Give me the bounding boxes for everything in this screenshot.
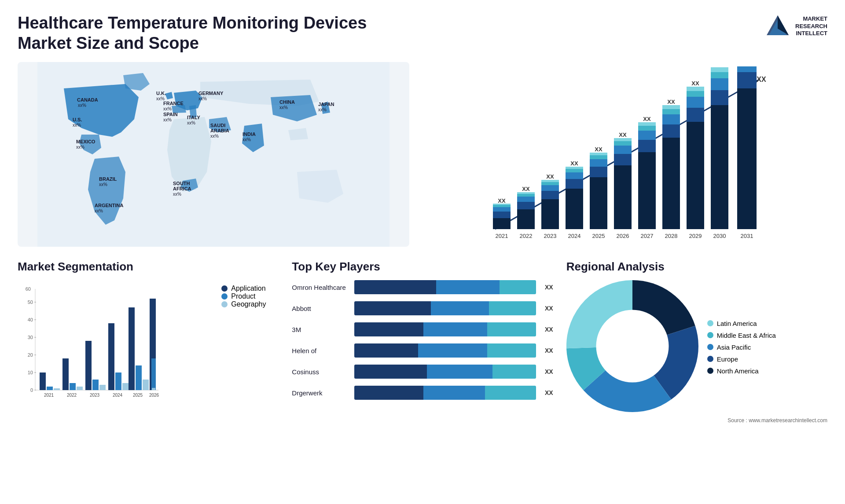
svg-rect-74 (638, 152, 656, 229)
svg-text:XX: XX (691, 80, 699, 87)
reg-legend-mea: Middle East & Africa (707, 332, 776, 339)
segmentation-title: Market Segmentation (18, 260, 279, 274)
svg-text:2029: 2029 (689, 233, 702, 239)
player-name-omron: Omron Healthcare (292, 284, 349, 291)
svg-text:2026: 2026 (149, 393, 159, 398)
svg-text:2023: 2023 (544, 233, 557, 239)
svg-text:XX: XX (522, 186, 530, 192)
svg-text:SAUDI: SAUDI (210, 123, 225, 128)
svg-rect-145 (136, 365, 142, 390)
svg-text:XX: XX (570, 160, 578, 167)
player-val-cosinuss: XX (545, 368, 553, 375)
legend-product: Product (221, 292, 279, 300)
player-name-abbott: Abbott (292, 305, 349, 312)
legend-application: Application (221, 285, 279, 292)
donut-chart (566, 280, 698, 414)
apac-dot (707, 344, 713, 350)
svg-rect-75 (638, 140, 656, 152)
growth-chart-svg: XX XX XX XX (427, 66, 819, 242)
latin-dot (707, 320, 713, 326)
svg-text:2027: 2027 (641, 233, 654, 239)
svg-rect-95 (711, 72, 728, 78)
regional-legend: Latin America Middle East & Africa Asia … (707, 320, 776, 375)
seg-chart-svg: 0 10 20 30 40 50 60 (18, 280, 167, 412)
svg-rect-128 (40, 373, 46, 390)
svg-text:0: 0 (30, 387, 33, 393)
svg-rect-149 (151, 358, 156, 390)
svg-text:xx%: xx% (76, 145, 84, 150)
svg-rect-51 (541, 191, 559, 199)
svg-text:XX: XX (546, 173, 554, 180)
svg-rect-53 (541, 182, 559, 185)
logo-text: MARKET RESEARCH INTELLECT (795, 15, 827, 38)
svg-rect-60 (566, 167, 583, 169)
svg-rect-132 (62, 358, 69, 390)
svg-rect-45 (517, 202, 535, 209)
apac-label: Asia Pacific (717, 343, 751, 351)
svg-text:XX: XX (667, 99, 675, 105)
geography-label: Geography (231, 300, 266, 308)
svg-rect-96 (711, 67, 728, 72)
mea-label: Middle East & Africa (717, 332, 776, 339)
svg-text:2024: 2024 (568, 233, 581, 239)
svg-rect-52 (541, 185, 559, 191)
svg-rect-44 (517, 209, 535, 229)
svg-rect-89 (687, 91, 704, 97)
player-name-3m: 3M (292, 326, 349, 333)
seg-legend: Application Product Geography (221, 280, 279, 308)
svg-text:2025: 2025 (133, 393, 143, 398)
svg-text:2022: 2022 (520, 233, 533, 239)
reg-legend-apac: Asia Pacific (707, 343, 776, 351)
player-bar-helen (354, 343, 536, 358)
player-row-drger: Drgerwerk XX (292, 386, 553, 400)
svg-text:2024: 2024 (113, 393, 123, 398)
source-text: Source : www.marketresearchintellect.com (566, 417, 827, 424)
svg-rect-88 (687, 97, 704, 108)
svg-rect-83 (662, 109, 680, 114)
reg-legend-latin: Latin America (707, 320, 776, 327)
svg-rect-78 (638, 122, 656, 126)
svg-rect-80 (662, 138, 680, 229)
svg-text:XX: XX (619, 131, 627, 138)
svg-text:xx%: xx% (173, 192, 181, 197)
svg-text:MEXICO: MEXICO (76, 139, 96, 144)
segmentation-panel: Market Segmentation 0 10 20 30 (18, 260, 279, 424)
svg-rect-54 (541, 180, 559, 182)
player-name-helen: Helen of (292, 347, 349, 354)
svg-rect-41 (493, 205, 511, 207)
reg-legend-na: North America (707, 367, 776, 375)
svg-text:30: 30 (28, 335, 33, 340)
player-bar-drger (354, 386, 536, 400)
svg-text:xx%: xx% (163, 117, 172, 122)
svg-rect-50 (541, 199, 559, 229)
svg-text:JAPAN: JAPAN (318, 102, 334, 107)
logo-line1: MARKET (795, 15, 827, 23)
svg-rect-100 (737, 66, 757, 72)
geography-dot (221, 301, 228, 307)
svg-rect-59 (566, 169, 583, 172)
product-label: Product (231, 292, 255, 300)
player-bar-abbott (354, 301, 536, 315)
svg-rect-150 (152, 388, 155, 390)
svg-rect-144 (129, 307, 135, 390)
svg-text:FRANCE: FRANCE (163, 101, 184, 106)
logo-icon (764, 13, 791, 40)
svg-rect-146 (143, 380, 149, 390)
top-section: CANADA xx% U.S. xx% MEXICO xx% BRAZIL xx… (18, 62, 827, 247)
svg-point-152 (596, 310, 669, 383)
donut-svg (566, 280, 698, 412)
svg-text:xx%: xx% (73, 123, 81, 128)
player-row-helen: Helen of XX (292, 343, 553, 358)
player-bar-cosinuss (354, 365, 536, 379)
svg-text:ARGENTINA: ARGENTINA (95, 203, 123, 208)
svg-rect-98 (737, 88, 757, 229)
svg-text:xx%: xx% (187, 121, 195, 125)
svg-text:U.K.: U.K. (156, 91, 166, 96)
svg-rect-76 (638, 131, 656, 140)
svg-rect-70 (614, 146, 632, 154)
players-chart: Omron Healthcare XX Abbott XX 3M (292, 280, 553, 400)
growth-chart-container: XX XX XX XX (422, 62, 827, 247)
svg-rect-137 (92, 380, 99, 390)
svg-rect-133 (70, 383, 76, 390)
svg-text:SOUTH: SOUTH (173, 181, 190, 186)
